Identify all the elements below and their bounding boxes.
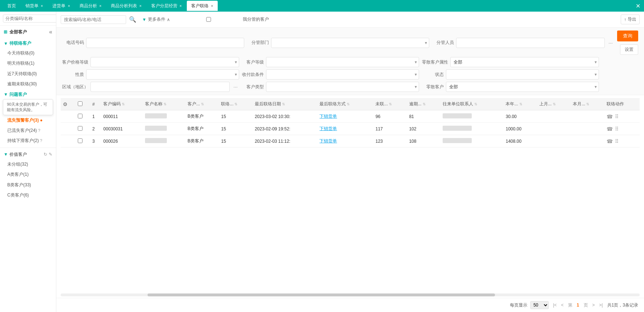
row-name-blurred xyxy=(145,126,167,131)
page-suffix: 页 xyxy=(582,301,589,309)
sidebar-item-class-a[interactable]: A类客户(1) xyxy=(0,169,56,179)
customer-type-select[interactable] xyxy=(266,82,419,92)
tab-sales[interactable]: 销货单 × xyxy=(21,1,47,11)
sidebar-item-today[interactable]: 今天待联络(0) xyxy=(0,48,56,58)
row-checkbox-cell xyxy=(76,123,90,135)
action-more-icon[interactable]: ⠿ xyxy=(615,138,619,144)
sidebar-item-class-b[interactable]: B类客户(33) xyxy=(0,180,56,190)
tab-purchase-close[interactable]: × xyxy=(68,4,70,8)
row-last-method: 下销货单 xyxy=(317,123,373,135)
tab-customer-contact-close[interactable]: × xyxy=(211,4,213,8)
phone-input[interactable] xyxy=(86,38,244,48)
sidebar-item-overdue[interactable]: 逾期未联络(30) xyxy=(0,79,56,89)
export-icon: ↑ xyxy=(624,17,626,22)
row-last-month xyxy=(537,135,571,147)
tab-analysis[interactable]: 商品分析 × xyxy=(75,1,106,11)
more-conditions-button[interactable]: ▼ 更多条件 ∧ xyxy=(139,15,173,24)
sidebar-item-declining[interactable]: 持续下滑客户(2) ? xyxy=(0,135,56,146)
tab-home[interactable]: 首页 xyxy=(3,1,20,11)
price-level-label: 客户价格等级 xyxy=(62,59,88,65)
col-contact: 联络...⇅ xyxy=(219,98,252,110)
sidebar-item-churned[interactable]: 已流失客户(24) ? xyxy=(0,125,56,135)
dept-select[interactable] xyxy=(271,38,429,48)
export-button[interactable]: ↑ 导出 xyxy=(621,15,640,24)
retail-attr-select[interactable]: 全部 xyxy=(450,57,599,67)
last-month-sort-icon: ⇅ xyxy=(553,102,556,106)
payment-select[interactable] xyxy=(266,69,419,80)
tab-purchase[interactable]: 进货单 × xyxy=(48,1,74,11)
sidebar-all-customers[interactable]: ⊞ 全部客户 « xyxy=(0,26,56,38)
row-method-link[interactable]: 下销货单 xyxy=(319,114,337,119)
action-contact-icon[interactable]: ☎ xyxy=(607,138,613,144)
region-dots-icon[interactable]: ··· xyxy=(232,84,239,90)
tab-sales-close[interactable]: × xyxy=(41,4,43,8)
row-checkbox[interactable] xyxy=(78,138,82,143)
row-checkbox[interactable] xyxy=(78,126,82,131)
sidebar-item-7days[interactable]: 近7天待联络(0) xyxy=(0,69,56,79)
table-body: 1 000011 B类客户 15 2023-03-02 10:30: 下销货单 … xyxy=(61,110,640,147)
action-more-icon[interactable]: ⠿ xyxy=(615,114,619,119)
search-input[interactable] xyxy=(61,15,126,24)
search-button[interactable]: 🔍 xyxy=(129,16,136,23)
tab-customer-segment-close[interactable]: × xyxy=(180,4,182,8)
customer-level-select[interactable] xyxy=(266,57,419,67)
sidebar-group-value[interactable]: ▼ 价值客户 ↻ ✎ xyxy=(0,149,56,159)
status-select[interactable] xyxy=(446,69,599,80)
table-settings-icon[interactable]: ⚙ xyxy=(63,101,68,107)
region-input[interactable] xyxy=(90,82,230,92)
row-actions: ☎ ⠿ xyxy=(604,123,640,135)
row-code: 00030031 xyxy=(101,123,143,135)
query-button[interactable]: 查询 xyxy=(617,31,638,41)
sidebar-item-class-c[interactable]: C类客户(6) xyxy=(0,190,56,200)
filter-payment: 收付款条件 ▾ xyxy=(242,69,419,80)
tab-analysis-list-close[interactable]: × xyxy=(139,4,141,8)
tab-analysis-list[interactable]: 商品分析列表 × xyxy=(106,1,146,11)
sidebar-group-problem[interactable]: ▼ 问题客户 xyxy=(0,89,56,99)
horizontal-scrollbar[interactable] xyxy=(61,293,640,296)
select-all-checkbox[interactable] xyxy=(78,101,82,106)
settings-button[interactable]: 设置 xyxy=(620,44,638,55)
tab-customer-contact[interactable]: 客户联络 × xyxy=(187,1,217,11)
next-page-button[interactable]: > xyxy=(591,302,596,308)
person-input[interactable] xyxy=(456,38,605,48)
row-checkbox-cell xyxy=(76,135,90,147)
action-contact-icon[interactable]: ☎ xyxy=(607,114,613,119)
status-label: 状态 xyxy=(422,72,444,78)
row-method-link[interactable]: 下销货单 xyxy=(319,126,337,131)
customer-level-label: 客户等级 xyxy=(242,59,264,65)
row-index: 3 xyxy=(90,135,101,147)
sidebar-item-tomorrow[interactable]: 明天待联络(1) xyxy=(0,58,56,68)
action-more-icon[interactable]: ⠿ xyxy=(615,126,619,132)
first-page-button[interactable]: |< xyxy=(552,302,558,308)
price-level-select[interactable] xyxy=(90,57,239,67)
row-overdue: 108 xyxy=(407,135,440,147)
scrollbar-thumb[interactable] xyxy=(148,293,495,296)
edit-icon[interactable]: ✎ xyxy=(49,152,52,157)
refresh-icon[interactable]: ↻ xyxy=(44,152,47,157)
retail-customer-select[interactable]: 全部 xyxy=(446,82,599,92)
sidebar-item-churn-warning[interactable]: 流失预警客户(3) ● xyxy=(0,115,56,125)
per-page-select[interactable]: 50 100 xyxy=(530,301,549,309)
row-code: 000011 xyxy=(101,110,143,123)
row-actions: ☎ ⠿ xyxy=(604,135,640,147)
problem-arrow-icon: ▼ xyxy=(4,92,8,97)
sidebar-divider xyxy=(0,147,56,148)
row-method-link[interactable]: 下销货单 xyxy=(319,138,337,143)
window-close-button[interactable]: ✕ xyxy=(636,3,640,9)
my-customers-checkbox[interactable] xyxy=(176,17,241,22)
nature-select[interactable] xyxy=(86,69,239,80)
collapse-icon[interactable]: « xyxy=(49,29,52,35)
tab-analysis-close[interactable]: × xyxy=(99,4,101,8)
customer-type-label: 客户类型 xyxy=(242,84,264,90)
sidebar-search-input[interactable] xyxy=(3,15,56,23)
row-last-method: 下销货单 xyxy=(317,135,373,147)
my-customers-checkbox-label[interactable]: 我分管的客户 xyxy=(176,16,269,23)
person-dots-icon[interactable]: ··· xyxy=(607,40,614,46)
sidebar-item-ungrouped[interactable]: 未分组(32) xyxy=(0,159,56,169)
row-checkbox[interactable] xyxy=(78,114,82,118)
sidebar-group-pending[interactable]: ▼ 待联络客户 xyxy=(0,38,56,48)
tab-customer-segment[interactable]: 客户分层经营 × xyxy=(147,1,186,11)
last-page-button[interactable]: >| xyxy=(598,302,604,308)
action-contact-icon[interactable]: ☎ xyxy=(607,126,613,132)
prev-page-button[interactable]: < xyxy=(560,302,565,308)
